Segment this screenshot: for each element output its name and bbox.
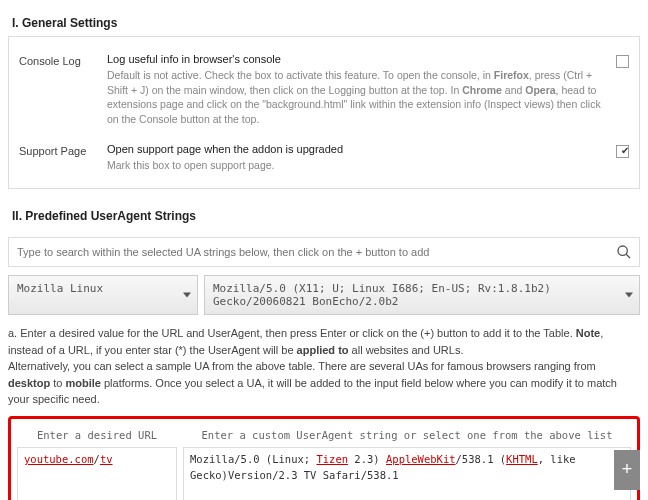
- search-wrap: [8, 237, 640, 267]
- url-link-domain[interactable]: youtube.com: [24, 453, 94, 465]
- support-page-head: Open support page when the addon is upgr…: [107, 143, 601, 155]
- chevron-down-icon: [183, 293, 191, 298]
- os-dropdown[interactable]: Mozilla Linux: [8, 275, 198, 315]
- console-log-desc: Default is not active. Check the box to …: [107, 68, 601, 127]
- section-2-title: II. Predefined UserAgent Strings: [8, 201, 640, 229]
- ua-link-khtml[interactable]: KHTML: [506, 453, 538, 465]
- url-link-path[interactable]: tv: [100, 453, 113, 465]
- url-column-head: Enter a desired URL: [17, 425, 177, 447]
- chevron-down-icon: [625, 293, 633, 298]
- ua-input[interactable]: Mozilla/5.0 (Linux; Tizen 2.3) AppleWebK…: [183, 447, 631, 500]
- add-button[interactable]: +: [614, 450, 640, 490]
- url-ua-entry-box: Enter a desired URL youtube.com/tv Enter…: [8, 416, 640, 500]
- ua-column-head: Enter a custom UserAgent string or selec…: [183, 425, 631, 447]
- ua-link-applewebkit[interactable]: AppleWebKit: [386, 453, 456, 465]
- console-log-checkbox[interactable]: [616, 55, 629, 68]
- svg-point-0: [618, 246, 627, 255]
- dropdown-row: Mozilla Linux Mozilla/5.0 (X11; U; Linux…: [8, 275, 640, 315]
- ua-link-tizen[interactable]: Tizen: [316, 453, 348, 465]
- console-log-label: Console Log: [19, 53, 99, 67]
- general-settings-section: Console Log Log useful info in browser's…: [8, 36, 640, 189]
- svg-line-1: [626, 254, 630, 258]
- os-dropdown-value: Mozilla Linux: [17, 282, 103, 295]
- section-1-title: I. General Settings: [8, 8, 640, 36]
- support-page-label: Support Page: [19, 143, 99, 157]
- console-log-head: Log useful info in browser's console: [107, 53, 601, 65]
- ua-dropdown-value: Mozilla/5.0 (X11; U; Linux I686; En-US; …: [213, 282, 551, 308]
- instructions-a: a. Enter a desired value for the URL and…: [8, 325, 640, 408]
- ua-search-input[interactable]: [8, 237, 640, 267]
- support-page-row: Support Page Open support page when the …: [19, 135, 629, 181]
- console-log-row: Console Log Log useful info in browser's…: [19, 45, 629, 135]
- support-page-desc: Mark this box to open support page.: [107, 158, 601, 173]
- url-input[interactable]: youtube.com/tv: [17, 447, 177, 500]
- support-page-checkbox[interactable]: [616, 145, 629, 158]
- ua-dropdown[interactable]: Mozilla/5.0 (X11; U; Linux I686; En-US; …: [204, 275, 640, 315]
- search-icon: [616, 244, 632, 260]
